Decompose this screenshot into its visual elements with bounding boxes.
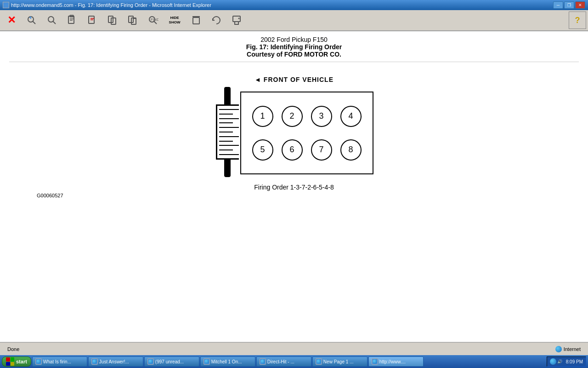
cylinder-8: 8 — [340, 139, 362, 161]
taskbar-item-3[interactable]: Mitchell 1 On... — [200, 356, 255, 367]
toolbar-btn-5[interactable] — [83, 12, 102, 29]
tray-icons: 🔊 — [557, 359, 562, 364]
toolbar-btn-10[interactable] — [187, 12, 206, 29]
taskbar-item-2[interactable]: (997 unread... — [144, 356, 199, 367]
minimize-button[interactable]: ─ — [553, 1, 563, 9]
taskbar-item-6[interactable]: http://www.... — [368, 356, 424, 367]
taskbar: start What Is firin... Just Answer!... (… — [0, 355, 588, 368]
start-label: start — [16, 359, 27, 364]
crank-bottom-bar — [224, 160, 231, 177]
ie-icon-0 — [36, 359, 41, 364]
status-done: Done — [0, 346, 27, 352]
front-label: ◄ FRONT OF VEHICLE — [254, 76, 334, 83]
taskbar-label-6: http://www.... — [379, 359, 406, 364]
diagram-code: G00060527 — [37, 193, 63, 198]
toolbar-btn-3[interactable] — [42, 12, 62, 29]
taskbar-label-3: Mitchell 1 On... — [211, 359, 242, 364]
start-button[interactable]: start — [2, 356, 31, 367]
cylinder-7: 7 — [311, 139, 332, 161]
hide-show-button[interactable]: HIDESHOW — [164, 12, 186, 29]
cylinder-1: 1 — [252, 106, 273, 127]
windows-icon — [6, 357, 14, 366]
page-header: 2002 Ford Pickup F150 Fig. 17: Identifyi… — [9, 36, 579, 62]
clock: 8:09 PM — [563, 359, 583, 364]
cylinder-3: 3 — [311, 106, 332, 127]
taskbar-label-1: Just Answer!... — [99, 359, 129, 364]
status-zone-text: Internet — [564, 346, 581, 352]
taskbar-label-4: Direct-Hit - ... — [267, 359, 294, 364]
svg-line-1 — [33, 21, 35, 24]
toolbar-btn-2[interactable] — [22, 12, 41, 29]
win-pane-red — [6, 357, 10, 362]
taskbar-item-4[interactable]: Direct-Hit - ... — [256, 356, 311, 367]
cylinder-5: 5 — [252, 139, 273, 161]
taskbar-icon-5 — [316, 358, 322, 365]
taskbar-item-1[interactable]: Just Answer!... — [88, 356, 143, 367]
cylinder-2: 2 — [282, 106, 303, 127]
win-pane-yellow — [11, 362, 15, 366]
tray-ie-icon — [550, 358, 556, 365]
svg-text:FIND: FIND — [151, 17, 158, 22]
win-pane-green — [11, 357, 15, 362]
svg-rect-21 — [193, 17, 199, 24]
svg-rect-23 — [235, 22, 238, 24]
engine-block: 1 2 3 4 5 6 7 8 — [240, 92, 373, 174]
main-content: 2002 Ford Pickup F150 Fig. 17: Identifyi… — [0, 31, 588, 342]
close-button[interactable]: ✕ — [575, 1, 585, 9]
ie-icon-5 — [317, 359, 321, 364]
taskbar-item-5[interactable]: New Page 1 ... — [312, 356, 368, 367]
ie-icon-3 — [204, 359, 209, 364]
toolbar: ✕ FIND HIDESHOW ? — [0, 10, 588, 31]
taskbar-label-0: What Is firin... — [43, 359, 71, 364]
diagram-area: ◄ FRONT OF VEHICLE — [9, 76, 579, 198]
taskbar-label-2: (997 unread... — [155, 359, 184, 364]
front-label-text: FRONT OF VEHICLE — [264, 76, 334, 83]
left-assembly — [215, 87, 240, 179]
taskbar-icon-4 — [260, 358, 266, 365]
restore-button[interactable]: ❐ — [564, 1, 574, 9]
status-internet: Internet — [548, 346, 588, 352]
ie-icon-1 — [92, 359, 97, 364]
taskbar-item-0[interactable]: What Is firin... — [32, 356, 87, 367]
toolbar-btn-11[interactable] — [207, 12, 226, 29]
window-title: http://www.ondemand5.com - Fig. 17: Iden… — [11, 2, 553, 8]
window-controls: ─ ❐ ✕ — [553, 1, 585, 9]
ie-icon-4 — [260, 359, 265, 364]
title-bar: http://www.ondemand5.com - Fig. 17: Iden… — [0, 0, 588, 10]
toolbar-btn-4[interactable] — [62, 12, 82, 29]
svg-point-24 — [238, 18, 240, 19]
win-pane-blue — [6, 362, 10, 366]
engine-diagram: 1 2 3 4 5 6 7 8 — [215, 87, 373, 179]
taskbar-icon-2 — [147, 358, 154, 365]
taskbar-icon-3 — [204, 358, 210, 365]
tick-area — [217, 106, 239, 158]
cylinder-4: 4 — [340, 106, 362, 127]
status-done-text: Done — [7, 346, 19, 352]
internet-icon — [555, 346, 562, 352]
close-x-button[interactable]: ✕ — [2, 12, 21, 29]
app-icon — [3, 2, 9, 8]
courtesy-text: Courtesy of FORD MOTOR CO. — [9, 51, 579, 58]
firing-order-text: Firing Order 1-3-7-2-6-5-4-8 — [254, 184, 334, 191]
svg-line-5 — [53, 21, 56, 24]
toolbar-btn-8[interactable]: FIND — [143, 12, 163, 29]
arrow-icon: ◄ — [254, 76, 261, 83]
crank-top-bar — [224, 87, 231, 104]
ie-icon-6 — [373, 359, 377, 364]
crank-middle — [216, 104, 239, 160]
status-bar: Done Internet — [0, 342, 588, 355]
toolbar-btn-7[interactable] — [123, 12, 142, 29]
sub-title: Fig. 17: Identifying Firing Order — [9, 43, 579, 51]
taskbar-icon-1 — [91, 358, 98, 365]
main-title: 2002 Ford Pickup F150 — [9, 36, 579, 43]
taskbar-label-5: New Page 1 ... — [323, 359, 354, 364]
system-tray: 🔊 8:09 PM — [547, 356, 586, 367]
ie-icon-2 — [148, 359, 153, 364]
toolbar-btn-12[interactable] — [227, 12, 246, 29]
cylinder-6: 6 — [282, 139, 303, 161]
taskbar-icon-0 — [35, 358, 42, 365]
help-button[interactable]: ? — [569, 12, 586, 29]
toolbar-btn-6[interactable] — [103, 12, 122, 29]
taskbar-icon-6 — [372, 358, 378, 365]
